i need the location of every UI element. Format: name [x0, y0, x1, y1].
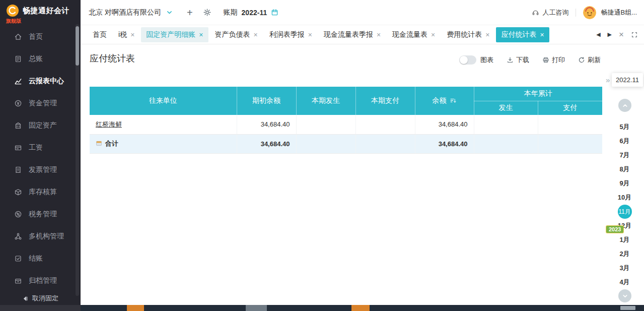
sidebar-item-label: 首页	[29, 32, 43, 41]
tab-income-quarterly[interactable]: 利润表季报×	[264, 27, 317, 42]
consult-button[interactable]: 人工咨询	[532, 8, 568, 17]
user-name[interactable]: 畅捷通B组...	[601, 8, 637, 17]
close-tab-icon[interactable]: ×	[254, 31, 258, 38]
col-header-year-incurred: 发生	[474, 101, 538, 115]
sidebar-scrollbar[interactable]	[76, 24, 79, 296]
company-selector[interactable]: 北京 对啊酒店有限公司	[89, 8, 173, 17]
tab-home[interactable]: 首页	[88, 27, 112, 42]
multi-org-icon	[14, 232, 22, 241]
close-tab-icon[interactable]: ×	[130, 31, 134, 38]
tab-expense-stats[interactable]: 费用统计表×	[442, 27, 494, 42]
scroll-tabs-left-icon[interactable]: ◀	[596, 32, 600, 37]
scroll-tabs-right-icon[interactable]: ▶	[608, 32, 612, 37]
total-label: 合计	[105, 139, 118, 148]
close-tab-icon[interactable]: ×	[540, 31, 544, 38]
tabbar: 首页 i税× 固定资产明细账× 资产负债表× 利润表季报× 现金流量表季报× 现…	[81, 25, 644, 44]
tax-icon	[14, 210, 22, 219]
sidebar-item-label: 资金管理	[29, 99, 57, 108]
cell-balance: 34,684.40	[415, 115, 474, 134]
close-tab-icon[interactable]: ×	[377, 31, 381, 38]
scroll-months-down-button[interactable]	[618, 289, 631, 302]
sidebar-item-multi-org[interactable]: 多机构管理	[0, 225, 81, 247]
month-item[interactable]: 3月	[605, 261, 644, 275]
sort-descending-icon[interactable]	[450, 97, 457, 104]
sidebar-item-label: 税务管理	[29, 210, 57, 219]
sidebar-item-cloud-reports[interactable]: 云报表中心	[0, 70, 81, 92]
funds-icon	[14, 99, 22, 108]
month-item[interactable]: 1月	[605, 233, 644, 247]
month-item[interactable]: 7月	[605, 148, 644, 162]
sidebar-item-label: 库存核算	[29, 188, 57, 197]
total-year-incurred	[474, 134, 538, 153]
unit-link[interactable]: 红桥海鲜	[96, 120, 122, 128]
chevron-down-icon[interactable]	[166, 9, 173, 16]
month-item[interactable]: 2月	[605, 247, 644, 261]
print-button[interactable]: 打印	[542, 55, 565, 65]
sidebar-item-fixed-assets[interactable]: 固定资产	[0, 114, 81, 137]
month-item-active[interactable]: 11月	[605, 205, 644, 219]
sidebar-item-salary[interactable]: 工资	[0, 137, 81, 159]
sidebar-item-closing[interactable]: 结账	[0, 247, 81, 270]
taskbar-app-block[interactable]	[351, 305, 370, 311]
month-item[interactable]: 9月	[605, 176, 644, 191]
chevron-up-icon	[622, 102, 628, 109]
app-logo-icon	[6, 4, 19, 17]
month-item[interactable]: 10月	[605, 191, 644, 205]
close-tab-icon[interactable]: ×	[199, 31, 203, 38]
sidebar-item-label: 多机构管理	[29, 232, 64, 241]
tab-payable-stats[interactable]: 应付统计表×	[496, 27, 549, 42]
chart-toggle[interactable]	[459, 55, 476, 65]
cell-year-incurred	[474, 115, 538, 134]
archive-icon	[14, 277, 22, 285]
close-all-tabs-icon[interactable]: ×	[619, 30, 624, 39]
app-title: 畅捷通好会计	[23, 6, 69, 16]
tab-label: 应付统计表	[501, 30, 536, 39]
sidebar-item-funds[interactable]: 资金管理	[0, 92, 81, 114]
month-item[interactable]: 5月	[605, 120, 644, 134]
unpin-sidebar-button[interactable]: 取消固定	[0, 294, 81, 303]
col-header-unit: 往来单位	[90, 87, 237, 115]
taskbar-app-block[interactable]	[127, 305, 144, 311]
sidebar-menu: 首页 总账 云报表中心 资金管理 固定资产 工资	[0, 26, 81, 292]
close-tab-icon[interactable]: ×	[308, 31, 312, 38]
calendar-icon[interactable]	[271, 9, 278, 16]
close-tab-icon[interactable]: ×	[431, 31, 435, 38]
collapse-panel-icon[interactable]: »	[606, 76, 610, 84]
sidebar-item-label: 总账	[29, 54, 43, 64]
refresh-button[interactable]: 刷新	[578, 55, 601, 65]
inventory-icon	[14, 188, 22, 197]
close-tab-icon[interactable]: ×	[485, 31, 489, 38]
month-item[interactable]: 8月	[605, 162, 644, 176]
print-label: 打印	[552, 55, 565, 65]
add-icon[interactable]: +	[187, 8, 193, 18]
sidebar-item-invoice[interactable]: 发票管理	[0, 159, 81, 181]
sidebar-scrollbar-thumb[interactable]	[76, 26, 79, 66]
app-window: 畅捷通好会计 旗舰版 首页 总账 云报表中心 资金管理 固定资产	[0, 0, 644, 311]
scroll-months-up-button[interactable]	[618, 99, 631, 112]
tab-itax[interactable]: i税×	[113, 27, 139, 42]
user-avatar[interactable]	[583, 6, 596, 19]
sidebar-item-inventory[interactable]: 库存核算	[0, 181, 81, 203]
divider	[576, 9, 576, 17]
tab-fixed-asset-detail[interactable]: 固定资产明细账×	[141, 27, 208, 42]
gear-icon[interactable]	[203, 8, 211, 17]
taskbar-app-block[interactable]	[246, 305, 267, 311]
accounting-period-control[interactable]: 账期 2022-11	[224, 8, 279, 17]
sidebar-item-general-ledger[interactable]: 总账	[0, 48, 81, 70]
sidebar-item-tax[interactable]: 税务管理	[0, 203, 81, 225]
print-icon	[542, 56, 549, 64]
tab-cashflow-quarterly[interactable]: 现金流量表季报×	[319, 27, 386, 42]
fullscreen-icon[interactable]	[631, 31, 638, 38]
period-picker-panel: » 2022.11 5月 6月 7月 8月 9月 10月 11月 12月 1月 …	[605, 72, 644, 306]
download-button[interactable]: 下载	[507, 55, 529, 65]
tab-cashflow[interactable]: 现金流量表×	[387, 27, 440, 42]
taskbar-tray[interactable]	[620, 306, 635, 310]
sidebar-item-home[interactable]: 首页	[0, 26, 81, 48]
month-item[interactable]: 4月	[605, 275, 644, 289]
tab-balance-sheet[interactable]: 资产负债表×	[210, 27, 263, 42]
chart-toggle-group: 图表	[459, 55, 493, 65]
month-item[interactable]: 6月	[605, 134, 644, 148]
sidebar-item-label: 结账	[29, 254, 43, 263]
sidebar-item-archive[interactable]: 归档管理	[0, 270, 81, 292]
sidebar: 畅捷通好会计 旗舰版 首页 总账 云报表中心 资金管理 固定资产	[0, 0, 81, 311]
